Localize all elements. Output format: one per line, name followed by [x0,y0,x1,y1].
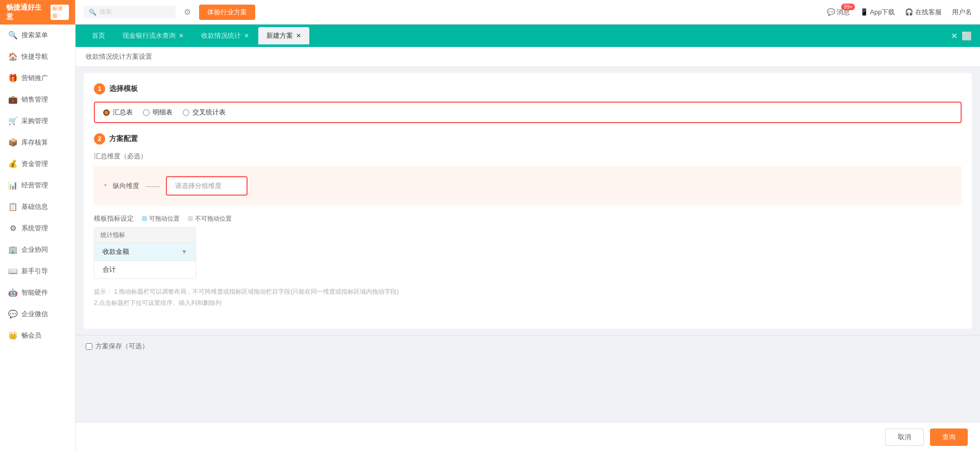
radio-cross-label: 交叉统计表 [192,108,226,117]
message-badge[interactable]: 💬 消息 99+ [827,8,850,17]
sidebar-item-marketing[interactable]: 🎁 营销推广 [0,67,75,89]
settings-icon[interactable]: ⚙ [184,7,191,17]
online-service[interactable]: 🎧 在线客服 [905,8,942,17]
sidebar-item-member[interactable]: 👑 畅会员 [0,325,75,346]
sidebar-item-finance[interactable]: 💰 资金管理 [0,153,75,175]
radio-summary[interactable]: 汇总表 [103,108,133,117]
tab-new-plan-label: 新建方案 [266,31,293,40]
query-button[interactable]: 查询 [930,429,968,446]
tabs-controls: ✕ ⬜ [951,31,972,41]
tab-receipt-stats-close[interactable]: ✕ [244,32,249,39]
search-placeholder: 搜索 [100,8,112,16]
message-icon: 💬 [827,8,835,16]
radio-summary-label: 汇总表 [113,108,133,117]
section2-title: 方案配置 [109,134,138,144]
metrics-section-label: 统计指标 [94,228,195,243]
purchase-icon: 🛒 [8,116,17,126]
service-label: 在线客服 [915,8,942,16]
dimension-input[interactable]: 请选择分组维度 [166,176,248,196]
user-name[interactable]: 用户名 [952,8,972,17]
sidebar-item-label: 企业微信 [21,310,48,319]
sidebar-item-enterprise[interactable]: 🏢 企业协同 [0,239,75,260]
operation-icon: 📊 [8,181,17,190]
maximize-icon[interactable]: ⬜ [962,31,972,41]
page-title: 收款情况统计方案设置 [86,53,152,60]
tips-section: 提示： 1.拖动标题栏可以调整布局，不可跨维度或指标区域拖动栏目字段(只能在同一… [94,287,962,308]
radio-cross[interactable]: 交叉统计表 [183,108,226,117]
draggable-label: 可拖动位置 [149,215,180,223]
footer: 取消 查询 [76,422,980,452]
app-download[interactable]: 📱 App下载 [860,8,895,17]
tab-home[interactable]: 首页 [84,27,113,44]
sidebar-item-label: 库存核算 [21,138,48,147]
draggable-dot [142,216,147,221]
system-icon: ⚙ [8,224,17,233]
cancel-button[interactable]: 取消 [885,429,924,446]
sidebar-item-system[interactable]: ⚙ 系统管理 [0,218,75,239]
sidebar-item-label: 搜索菜单 [21,31,48,40]
sidebar-item-purchase[interactable]: 🛒 采购管理 [0,110,75,132]
radio-detail-input[interactable] [143,109,150,116]
sidebar-item-label: 基础信息 [21,202,48,211]
section2-number: 2 [94,133,105,145]
search-menu-icon: 🔍 [8,31,17,40]
newbie-icon: 📖 [8,267,17,276]
message-count: 99+ [841,4,855,10]
sidebar-item-label: 营销推广 [21,74,48,83]
section1-number: 1 [94,83,105,94]
tab-new-plan-close[interactable]: ✕ [296,32,301,39]
sidebar-item-wechat[interactable]: 💬 企业微信 [0,303,75,325]
marketing-icon: 🎁 [8,74,17,83]
main-card: 1 选择模板 汇总表 明细表 [84,73,972,329]
topbar: 🔍 搜索 ⚙ 体验行业方案 💬 消息 99+ 📱 App下载 🎧 在线客服 用户… [76,0,980,25]
radio-detail[interactable]: 明细表 [143,108,173,117]
basic-info-icon: 📋 [8,202,17,211]
service-icon: 🎧 [905,8,913,16]
content-area: 收款情况统计方案设置 1 选择模板 汇总表 [76,47,980,422]
sidebar-item-label: 经营管理 [21,181,48,190]
radio-summary-input[interactable] [103,109,110,116]
save-plan-input[interactable] [86,343,92,350]
radio-cross-input[interactable] [183,109,189,116]
tab-receipt-stats-label: 收款情况统计 [201,31,241,40]
dimension-area: * 纵向维度 —— 请选择分组维度 [94,166,962,206]
logo-badge: 标准版 [51,5,69,20]
member-icon: 👑 [8,331,17,340]
template-options-box: 汇总表 明细表 交叉统计表 [94,102,962,123]
tab-new-plan[interactable]: 新建方案 ✕ [258,27,309,44]
main-area: 🔍 搜索 ⚙ 体验行业方案 💬 消息 99+ 📱 App下载 🎧 在线客服 用户… [76,0,980,452]
search-box[interactable]: 🔍 搜索 [84,6,176,18]
section-config: 2 方案配置 汇总维度（必选） * 纵向维度 —— 请选择分组维度 [94,133,962,308]
sidebar-item-inventory[interactable]: 📦 库存核算 [0,132,75,153]
sidebar-item-search-menu[interactable]: 🔍 搜索菜单 [0,25,75,46]
sidebar-item-smart-hw[interactable]: 🤖 智能硬件 [0,282,75,303]
save-plan-checkbox[interactable]: 方案保存（可选） [86,342,149,351]
tab-receipt-stats[interactable]: 收款情况统计 ✕ [193,27,257,44]
industry-btn[interactable]: 体验行业方案 [199,5,255,20]
section-template: 1 选择模板 汇总表 明细表 [94,83,962,123]
radio-detail-label: 明细表 [153,108,173,117]
search-icon: 🔍 [89,9,96,16]
sidebar-item-label: 智能硬件 [21,288,48,297]
non-draggable-badge: 不可拖动位置 [188,215,232,223]
metrics-table: 统计指标 收款金额 ▼ 合计 [94,227,196,279]
sidebar-item-basic-info[interactable]: 📋 基础信息 [0,196,75,218]
tip1-text: 1.拖动标题栏可以调整布局，不可跨维度或指标区域拖动栏目字段(只能在同一维度或指… [114,288,399,295]
metrics-column-header[interactable]: 收款金额 ▼ [94,243,195,261]
required-star: * [104,182,107,190]
close-window-icon[interactable]: ✕ [951,31,958,41]
sidebar-item-label: 畅会员 [21,331,41,340]
tab-bank-flow[interactable]: 现金银行流水查询 ✕ [114,27,192,44]
quick-nav-icon: 🏠 [8,52,17,61]
sales-icon: 💼 [8,95,17,104]
inventory-icon: 📦 [8,138,17,147]
app-icon: 📱 [860,8,868,16]
tab-bank-flow-close[interactable]: ✕ [179,32,184,39]
sidebar-item-label: 企业协同 [21,245,48,254]
sidebar-item-sales[interactable]: 💼 销售管理 [0,89,75,110]
sidebar-item-quick-nav[interactable]: 🏠 快捷导航 [0,46,75,67]
sidebar-item-newbie[interactable]: 📖 新手引导 [0,260,75,282]
finance-icon: 💰 [8,159,17,169]
sidebar: 畅捷通好生意 标准版 🔍 搜索菜单 🏠 快捷导航 🎁 营销推广 💼 销售管理 🛒… [0,0,76,452]
sidebar-item-operation[interactable]: 📊 经营管理 [0,175,75,196]
